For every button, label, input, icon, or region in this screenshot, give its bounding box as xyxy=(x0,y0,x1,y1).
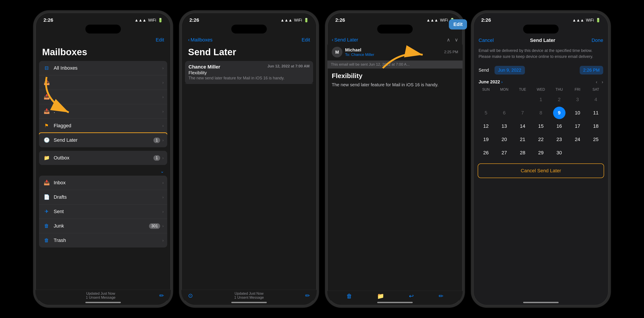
cal-day-7[interactable]: 7 xyxy=(516,107,529,119)
weekday-wed: WED xyxy=(532,87,550,92)
back-button-3[interactable]: ‹ Send Later xyxy=(332,37,358,43)
all-inboxes-item[interactable]: ⊟ All Inboxes › xyxy=(39,61,167,76)
back-button-2[interactable]: ‹ Mailboxes xyxy=(188,37,212,43)
junk-item[interactable]: 🗑 Junk 301 › xyxy=(39,219,167,233)
to-field[interactable]: To: Chance Miller xyxy=(345,52,442,57)
email-view-header: M Michael To: Chance Miller 2:25 PM xyxy=(327,44,462,60)
trash-item[interactable]: 🗑 Trash › xyxy=(39,233,167,248)
email-list-item[interactable]: Chance Miller Jun 12, 2022 at 7:00 AM Fl… xyxy=(185,61,313,84)
folder-icon-3[interactable]: 📁 xyxy=(377,293,384,300)
screen-content-4: Cancel Send Later Done Email will be del… xyxy=(473,35,608,300)
cal-nav-arrows: ‹ › xyxy=(596,80,603,84)
cal-day-17[interactable]: 17 xyxy=(571,120,584,132)
prev-email-btn[interactable]: ∧ xyxy=(447,37,450,43)
inbox-label-dot: . xyxy=(54,108,162,114)
cal-day-30[interactable]: 30 xyxy=(553,146,566,159)
cal-day-20[interactable]: 20 xyxy=(498,133,510,146)
next-email-btn[interactable]: ∨ xyxy=(454,37,458,43)
drafts-item[interactable]: 📄 Drafts › xyxy=(39,190,167,204)
bottom-bar-3: 🗑 📁 ↩ ✏ xyxy=(327,291,462,300)
calendar-grid: SUN MON TUE WED THU FRI SAT 1 xyxy=(473,87,608,159)
cal-day-23[interactable]: 23 xyxy=(553,133,566,146)
cal-day-24[interactable]: 24 xyxy=(571,133,584,146)
cal-day-3[interactable]: 3 xyxy=(571,93,584,106)
dynamic-island-2 xyxy=(231,24,267,34)
cancel-button-4[interactable]: Cancel xyxy=(478,38,494,43)
inbox-item-2[interactable]: 📥 › xyxy=(39,90,167,104)
cal-day-26[interactable]: 26 xyxy=(480,146,492,159)
send-later-list-title: Send Later xyxy=(182,44,317,61)
phone4-wrapper: 2:26 ▲▲▲ WiFi 🔋 Cancel Send Later Done E… xyxy=(471,10,611,308)
reply-icon-3[interactable]: ↩ xyxy=(409,293,414,300)
cal-day-22[interactable]: 22 xyxy=(535,133,547,146)
cal-day-13[interactable]: 13 xyxy=(498,120,510,132)
edit-button-1[interactable]: Edit xyxy=(156,37,164,43)
next-month-btn[interactable]: › xyxy=(602,80,603,84)
back-chevron-2: ‹ xyxy=(188,37,190,43)
inbox-item-dot[interactable]: 📥 . › xyxy=(39,104,167,119)
cal-day-16[interactable]: 16 xyxy=(553,120,566,132)
cal-day-19[interactable]: 19 xyxy=(480,133,492,146)
wifi-icon-2: WiFi xyxy=(294,18,302,22)
junk-icon: 🗑 xyxy=(42,222,50,230)
cal-day-5[interactable]: 5 xyxy=(480,107,492,119)
cal-day-9[interactable]: 9 xyxy=(553,107,566,119)
flag-icon: ⚑ xyxy=(42,122,50,130)
send-label: Send xyxy=(478,68,492,73)
cal-day-12[interactable]: 12 xyxy=(480,120,492,132)
battery-icon-2: 🔋 xyxy=(304,18,309,22)
time-picker[interactable]: 2:26 PM xyxy=(580,66,603,74)
sent-label: Sent xyxy=(54,209,162,214)
cal-day-2[interactable]: 2 xyxy=(553,93,566,106)
signal-icon-4: ▲▲▲ xyxy=(572,18,584,22)
cancel-send-later-btn[interactable]: Cancel Send Later xyxy=(478,164,604,178)
outbox-item[interactable]: 📁 Outbox 1 › xyxy=(39,151,167,165)
cal-day-27[interactable]: 27 xyxy=(498,146,510,159)
inbox-account-label: Inbox xyxy=(54,180,162,186)
sent-item[interactable]: ✈ Sent › xyxy=(39,204,167,219)
date-picker[interactable]: Jun 9, 2022 xyxy=(494,66,525,74)
cal-day-21[interactable]: 21 xyxy=(516,133,529,146)
inbox-account-item[interactable]: 📥 Inbox › xyxy=(39,176,167,190)
battery-icon: 🔋 xyxy=(158,18,163,22)
cal-day-1[interactable]: 1 xyxy=(535,93,547,106)
phone1-wrapper: 2:26 ▲▲▲ WiFi 🔋 Edit Mailboxes ⊟ xyxy=(33,10,173,308)
done-button-4[interactable]: Done xyxy=(592,38,603,43)
cal-day-14[interactable]: 14 xyxy=(516,120,529,132)
phone3-wrapper: 2:26 ▲▲▲ WiFi 🔋 ‹ Send Later ∧ ∨ xyxy=(325,10,465,308)
edit-button-2[interactable]: Edit xyxy=(302,37,310,43)
inbox-account-icon: 📥 xyxy=(42,179,50,187)
cal-day-4[interactable]: 4 xyxy=(590,93,602,106)
cal-day-15[interactable]: 15 xyxy=(535,120,547,132)
delete-icon-3[interactable]: 🗑 xyxy=(346,293,352,300)
email-list: Chance Miller Jun 12, 2022 at 7:00 AM Fl… xyxy=(185,61,313,84)
filter-icon-2[interactable]: ⊙ xyxy=(188,292,193,299)
cal-day-25[interactable]: 25 xyxy=(590,133,602,146)
outbox-label: Outbox xyxy=(54,155,154,161)
send-later-item[interactable]: 🕐 Send Later 1 › xyxy=(39,133,167,147)
cal-day-6[interactable]: 6 xyxy=(498,107,510,119)
compose-icon-3[interactable]: ✏ xyxy=(439,293,444,300)
calendar-month: June 2022 › xyxy=(478,80,502,84)
flagged-item[interactable]: ⚑ Flagged › xyxy=(39,119,167,133)
status-bar-3: 2:26 ▲▲▲ WiFi 🔋 xyxy=(327,13,462,24)
month-expand-icon[interactable]: › xyxy=(502,80,502,84)
compose-icon-1[interactable]: ✏ xyxy=(159,292,164,299)
cal-day-11[interactable]: 11 xyxy=(590,107,602,119)
junk-label: Junk xyxy=(54,223,149,229)
inbox-item-1[interactable]: 📥 › xyxy=(39,76,167,90)
cal-day-29[interactable]: 29 xyxy=(535,146,547,159)
cal-day-8[interactable]: 8 xyxy=(535,107,547,119)
prev-month-btn[interactable]: ‹ xyxy=(596,80,598,84)
cal-day-18[interactable]: 18 xyxy=(590,120,602,132)
email-subject: Flexibility xyxy=(188,70,310,76)
cal-day-28[interactable]: 28 xyxy=(516,146,529,159)
cal-day-empty2 xyxy=(498,93,510,106)
bottom-bar-2: ⊙ Updated Just Now 1 Unsent Message ✏ xyxy=(182,290,317,300)
email-from-row: M Michael To: Chance Miller 2:25 PM xyxy=(332,47,458,58)
edit-badge[interactable]: Edit xyxy=(449,19,467,30)
compose-icon-2[interactable]: ✏ xyxy=(305,292,310,299)
status-bar-1: 2:26 ▲▲▲ WiFi 🔋 xyxy=(36,13,171,24)
back-label-2: Mailboxes xyxy=(190,37,212,43)
cal-day-10[interactable]: 10 xyxy=(571,107,584,119)
